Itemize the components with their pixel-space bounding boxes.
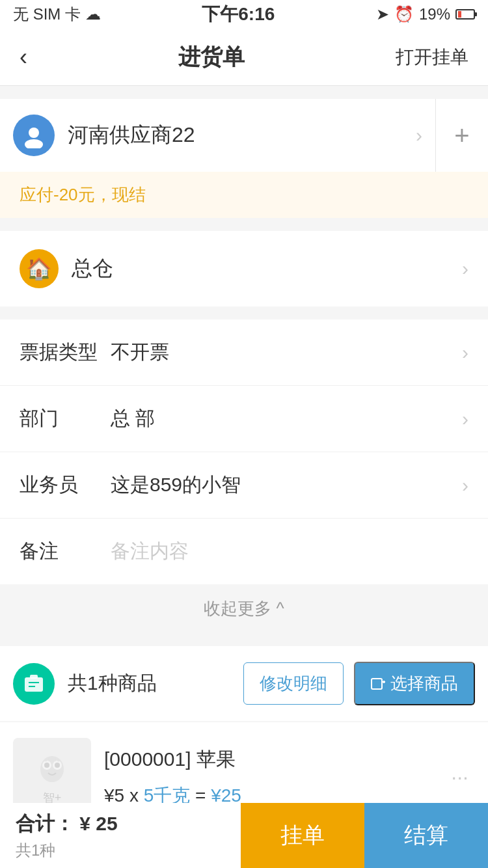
svg-rect-3 — [30, 675, 38, 679]
battery-icon — [455, 9, 475, 20]
location-icon: ➤ — [376, 5, 389, 23]
svg-rect-6 — [372, 679, 382, 689]
back-button[interactable]: ‹ — [20, 44, 27, 71]
salesperson-row[interactable]: 业务员 这是859的小智 › — [0, 452, 488, 519]
total-label: 合计： — [16, 813, 74, 834]
dept-label: 部门 — [20, 405, 104, 432]
salesperson-label: 业务员 — [20, 472, 104, 498]
select-product-button[interactable]: 选择商品 — [354, 662, 475, 705]
warehouse-icon: 🏠 — [20, 249, 59, 288]
supplier-row[interactable]: 河南供应商22 › — [0, 99, 436, 172]
status-right: ➤ ⏰ 19% — [376, 5, 475, 23]
supplier-section: 河南供应商22 › + — [0, 99, 488, 172]
product-qty: 5千克 — [144, 785, 191, 806]
dept-chevron-icon: › — [462, 408, 468, 430]
supplier-name: 河南供应商22 — [68, 121, 409, 150]
warehouse-row[interactable]: 🏠 总仓 › — [0, 231, 488, 306]
invoice-label: 票据类型 — [20, 339, 104, 366]
remark-row[interactable]: 备注 备注内容 — [0, 519, 488, 584]
battery-percent: 19% — [419, 5, 450, 23]
svg-point-9 — [40, 756, 64, 782]
alarm-icon: ⏰ — [394, 5, 414, 23]
remark-label: 备注 — [20, 538, 104, 565]
edit-detail-button[interactable]: 修改明细 — [243, 662, 344, 705]
svg-point-13 — [55, 763, 60, 768]
dept-row[interactable]: 部门 总 部 › — [0, 386, 488, 452]
product-header: 共1种商品 修改明细 选择商品 — [0, 646, 488, 721]
hang-button[interactable]: 挂单 — [241, 803, 364, 868]
product-count: 共1种商品 — [68, 670, 243, 697]
product-name: [0000001] 苹果 — [104, 746, 444, 773]
salesperson-value: 这是859的小智 — [104, 472, 455, 498]
home-icon: 🏠 — [26, 256, 52, 281]
equals-sign: = — [190, 785, 211, 806]
invoice-chevron-icon: › — [462, 342, 468, 364]
bottom-bar: 合计： ¥ 25 共1种 挂单 结算 — [0, 803, 488, 868]
supplier-chevron-icon: › — [416, 124, 422, 146]
remark-input[interactable]: 备注内容 — [104, 538, 468, 565]
select-product-label: 选择商品 — [390, 672, 458, 695]
add-supplier-button[interactable]: + — [436, 99, 488, 172]
svg-point-12 — [44, 763, 49, 768]
price-text: ¥5 x — [104, 785, 144, 806]
section-divider-1 — [0, 86, 488, 99]
svg-point-1 — [25, 139, 43, 148]
product-code: [0000001] — [104, 748, 191, 770]
status-bar: 无 SIM 卡 ☁ 下午6:16 ➤ ⏰ 19% — [0, 0, 488, 29]
product-info: [0000001] 苹果 ¥5 x 5千克 = ¥25 — [104, 746, 444, 808]
dept-value: 总 部 — [104, 405, 455, 432]
form-section: 票据类型 不开票 › 部门 总 部 › 业务员 这是859的小智 › 备注 备注… — [0, 319, 488, 584]
warehouse-name: 总仓 — [72, 254, 455, 283]
page-title: 进货单 — [178, 42, 245, 72]
nav-bar: ‹ 进货单 打开挂单 — [0, 29, 488, 86]
product-total: ¥25 — [211, 785, 241, 806]
open-hang-button[interactable]: 打开挂单 — [396, 45, 468, 70]
svg-point-0 — [29, 128, 39, 138]
supplier-avatar — [13, 115, 55, 156]
sim-label: 无 SIM 卡 ☁ — [13, 4, 101, 25]
total-count: 共1种 — [16, 840, 225, 861]
status-left: 无 SIM 卡 ☁ — [13, 4, 101, 25]
product-icon — [13, 663, 55, 705]
invoice-row[interactable]: 票据类型 不开票 › — [0, 319, 488, 386]
svg-rect-2 — [25, 677, 43, 692]
order-summary: 合计： ¥ 25 共1种 — [0, 803, 241, 868]
warehouse-chevron-icon: › — [462, 258, 468, 280]
collapse-bar[interactable]: 收起更多 ^ — [0, 584, 488, 633]
status-time: 下午6:16 — [202, 2, 275, 27]
notice-bar: 应付-20元，现结 — [0, 172, 488, 218]
invoice-value: 不开票 — [104, 339, 455, 366]
total-value: ¥ 25 — [79, 813, 117, 834]
total-amount: 合计： ¥ 25 — [16, 811, 225, 837]
salesperson-chevron-icon: › — [462, 474, 468, 496]
product-more-button[interactable]: ··· — [444, 759, 475, 796]
product-title: 苹果 — [197, 748, 236, 770]
checkout-button[interactable]: 结算 — [364, 803, 488, 868]
